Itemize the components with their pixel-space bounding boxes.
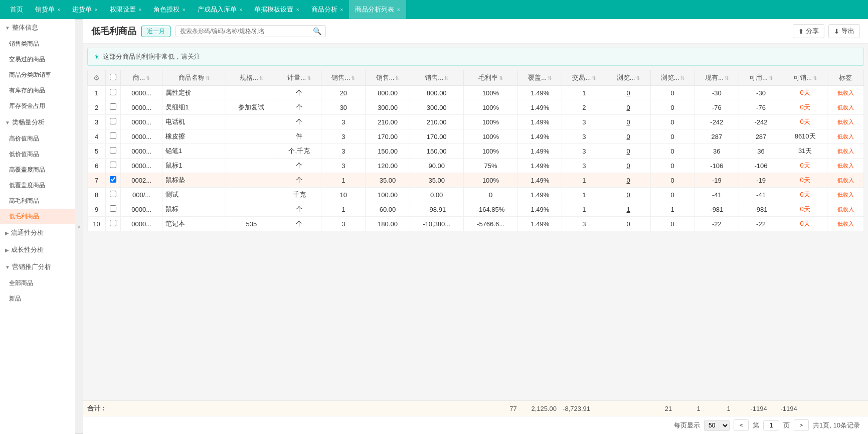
flow-arrow: ▶	[5, 230, 9, 236]
table-row: 7 0002... 鼠标垫 个 1 35.00 35.00 100% 1.49%…	[88, 173, 864, 188]
nav-purchase[interactable]: 进货单 ×	[66, 0, 103, 19]
col-checkbox[interactable]	[106, 70, 121, 86]
row-code: 0000...	[121, 159, 162, 173]
col-settings[interactable]: ⚙	[88, 70, 106, 86]
sidebar-group-growth[interactable]: ▶ 成长性分析	[0, 241, 75, 258]
search-icon[interactable]: 🔍	[313, 27, 321, 35]
sidebar-group-analysis[interactable]: ▼ 类畅量分析	[0, 114, 75, 131]
footer-sale-qty: 77	[498, 405, 528, 412]
row-checkbox-cell[interactable]	[106, 100, 121, 115]
nav-product-analysis[interactable]: 商品分析 ×	[305, 0, 349, 19]
settings-icon[interactable]: ⚙	[93, 74, 100, 82]
per-page-select[interactable]: 50 100	[704, 420, 730, 431]
row-unit: 个	[277, 202, 321, 217]
row-checkbox-cell[interactable]	[106, 188, 121, 202]
row-checkbox-cell[interactable]	[106, 129, 121, 144]
row-sale-amount: -98.91	[410, 202, 463, 217]
row-coverage: 1.49%	[518, 217, 562, 231]
nav-product-analysis-list-close[interactable]: ×	[395, 7, 400, 13]
row-checkbox[interactable]	[110, 176, 116, 183]
row-sale-qty: 30	[321, 100, 366, 115]
search-input[interactable]	[180, 28, 313, 35]
row-no: 2	[88, 100, 106, 115]
row-checkbox[interactable]	[110, 132, 116, 139]
nav-permissions-close[interactable]: ×	[137, 7, 141, 13]
sidebar-item-low-margin[interactable]: 低毛利商品	[0, 209, 75, 224]
nav-permissions[interactable]: 权限设置 ×	[104, 0, 147, 19]
analysis-arrow: ▼	[5, 120, 10, 125]
sidebar-item-all-goods[interactable]: 全部商品	[0, 275, 75, 291]
row-browse2: 0	[650, 159, 695, 173]
row-sale-price: 100.00	[366, 188, 410, 202]
nav-template-settings[interactable]: 单据模板设置 ×	[248, 0, 305, 19]
row-checkbox[interactable]	[110, 205, 116, 212]
row-checkbox-cell[interactable]	[106, 115, 121, 129]
table-row: 10 0000... 笔记本 535 个 3 180.00 -10,380...…	[88, 217, 864, 231]
sidebar-item-traded-goods[interactable]: 交易过的商品	[0, 52, 75, 67]
row-checkbox-cell[interactable]	[106, 173, 121, 188]
row-checkbox[interactable]	[110, 118, 116, 124]
nav-home[interactable]: 首页	[4, 0, 29, 19]
next-page-btn[interactable]: ＞	[794, 419, 809, 431]
sidebar-item-high-coverage[interactable]: 高覆盖度商品	[0, 162, 75, 178]
row-checkbox[interactable]	[110, 103, 116, 110]
share-button[interactable]: ⬆ 分享	[793, 24, 824, 38]
row-unit: 个	[277, 217, 321, 231]
sidebar-item-category-rate[interactable]: 商品分类助销率	[0, 67, 75, 83]
nav-template-close[interactable]: ×	[294, 7, 299, 13]
row-stock-available: -242	[739, 115, 783, 129]
nav-role-auth-close[interactable]: ×	[181, 7, 185, 13]
row-no: 9	[88, 202, 106, 217]
col-tag: 标签	[827, 70, 864, 86]
select-all-checkbox[interactable]	[110, 74, 116, 80]
prev-page-btn[interactable]: ＜	[734, 419, 749, 431]
sidebar-group-marketing[interactable]: ▼ 营销推广分析	[0, 258, 75, 275]
sidebar-item-sales-goods[interactable]: 销售类商品	[0, 36, 75, 52]
row-stock-available: -19	[739, 173, 783, 188]
export-button[interactable]: ⬇ 导出	[828, 24, 860, 38]
nav-product-analysis-close[interactable]: ×	[338, 7, 343, 13]
notice-bar: ☀ 这部分商品的利润非常低，请关注	[87, 48, 864, 66]
growth-label: 成长性分析	[11, 245, 44, 254]
row-checkbox-cell[interactable]	[106, 86, 121, 100]
nav-product-stock[interactable]: 产成品入库单 ×	[192, 0, 248, 19]
sidebar-item-low-coverage[interactable]: 低覆盖度商品	[0, 178, 75, 193]
table-wrapper[interactable]: ⚙ 商...⇅ 商品名称⇅ 规格...⇅ 计量...⇅ 销售...⇅ 销售...…	[87, 70, 864, 400]
row-checkbox[interactable]	[110, 220, 116, 226]
page-number-input[interactable]	[763, 420, 779, 430]
sidebar-group-flow[interactable]: ▶ 流通性分析	[0, 224, 75, 241]
row-checkbox-cell[interactable]	[106, 159, 121, 173]
nav-role-auth[interactable]: 角色授权 ×	[147, 0, 191, 19]
row-checkbox[interactable]	[110, 147, 116, 154]
row-sale-price: 300.00	[366, 100, 410, 115]
row-browse1: 0	[606, 100, 650, 115]
nav-product-stock-close[interactable]: ×	[238, 7, 242, 13]
row-checkbox[interactable]	[110, 89, 116, 95]
row-tag: 低收入	[827, 202, 864, 217]
sidebar-item-low-value[interactable]: 低价值商品	[0, 147, 75, 162]
row-checkbox[interactable]	[110, 191, 116, 197]
sidebar-item-new-goods[interactable]: 新品	[0, 291, 75, 307]
row-code: 0000...	[121, 100, 162, 115]
filter-recent-month[interactable]: 近一月	[141, 26, 170, 37]
sidebar-collapse-btn[interactable]: «	[75, 19, 83, 434]
row-stock-salable: 0天	[783, 86, 827, 100]
nav-sales-close[interactable]: ×	[56, 7, 60, 13]
nav-product-analysis-list[interactable]: 商品分析列表 ×	[349, 0, 406, 19]
row-browse2: 0	[650, 173, 695, 188]
search-box[interactable]: 🔍	[176, 25, 326, 37]
nav-purchase-close[interactable]: ×	[93, 7, 97, 13]
row-checkbox-cell[interactable]	[106, 217, 121, 231]
sidebar-item-stock-goods[interactable]: 有库存的商品	[0, 83, 75, 98]
row-checkbox-cell[interactable]	[106, 144, 121, 159]
sidebar-group-overall[interactable]: ▼ 整体信息	[0, 19, 75, 36]
col-transaction: 交易...⇅	[562, 70, 606, 86]
sidebar-item-high-value[interactable]: 高价值商品	[0, 131, 75, 147]
nav-sales[interactable]: 销货单 ×	[29, 0, 66, 19]
sidebar-item-stock-capital[interactable]: 库存资金占用	[0, 98, 75, 114]
row-transaction: 3	[562, 129, 606, 144]
footer-stock-current: -1194	[744, 405, 774, 412]
sidebar-item-high-margin[interactable]: 高毛利商品	[0, 193, 75, 209]
row-checkbox[interactable]	[110, 162, 116, 168]
row-checkbox-cell[interactable]	[106, 202, 121, 217]
